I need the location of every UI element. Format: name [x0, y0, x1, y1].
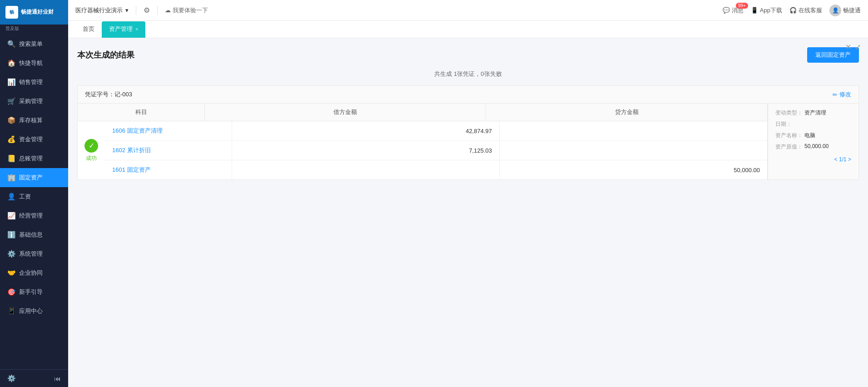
settings-icon[interactable]: ⚙ [144, 6, 150, 15]
sidebar-item-purchase[interactable]: 🛒 采购管理 [0, 92, 68, 111]
settings-bottom-icon[interactable]: ⚙️ [7, 374, 16, 382]
tab-home-label: 首页 [83, 25, 94, 32]
subject-link-3[interactable]: 1601 固定资产 [112, 166, 151, 174]
td-debit-1: 42,874.97 [232, 121, 500, 140]
sidebar-item-label: 库存核算 [19, 116, 43, 124]
sidebar-item-payroll[interactable]: 👤 工资 [0, 187, 68, 206]
table-row-wrapper: ✓ 成功 1606 固定资产清理 [78, 121, 767, 179]
online-service-button[interactable]: 🎧 在线客服 [789, 6, 822, 15]
tab-home[interactable]: 首页 [75, 21, 102, 38]
asset-name-value: 电脑 [804, 132, 815, 139]
tab-asset-label: 资产管理 [109, 25, 133, 33]
voucher-header: 凭证字号：记-003 ✏ 修改 [78, 86, 858, 104]
next-page-icon[interactable]: > [848, 156, 851, 163]
system-icon: ⚙️ [7, 250, 15, 258]
td-debit-2: 7,125.03 [232, 141, 500, 160]
collapse-sidebar-icon[interactable]: ⏮ [54, 375, 61, 382]
tab-asset-management[interactable]: 资产管理 × [102, 21, 145, 38]
messages-button[interactable]: 💬 消息 99+ [723, 6, 744, 15]
experience-button[interactable]: ☁ 我要体验一下 [165, 6, 208, 15]
page-title-row: 本次生成的结果 返回固定资产 [77, 47, 859, 63]
expand-panel-button[interactable]: ⤢ [855, 43, 861, 51]
voucher-id: 凭证字号：记-003 [85, 90, 132, 99]
enterprise-icon: 🤝 [7, 269, 15, 277]
asset-value-value: 50,000.00 [804, 143, 828, 151]
asset-name-row: 资产名称： 电脑 [775, 132, 851, 139]
th-subject: 科目 [78, 104, 205, 121]
th-credit: 贷方金额 [486, 104, 767, 121]
company-selector[interactable]: 医疗器械行业演示 ▾ [75, 6, 129, 15]
sidebar-item-sales[interactable]: 📊 销售管理 [0, 73, 68, 92]
sidebar-item-label: 采购管理 [19, 97, 43, 105]
topbar-divider-2 [157, 6, 158, 15]
sidebar-item-fixed-assets[interactable]: 🏢 固定资产 [0, 168, 68, 187]
sidebar-item-finance[interactable]: 💰 资金管理 [0, 130, 68, 149]
topbar: 医疗器械行业演示 ▾ ⚙ ☁ 我要体验一下 💬 消息 99+ 📱 App下载 🎧… [68, 0, 868, 21]
prev-page-icon[interactable]: < [834, 156, 838, 163]
sidebar-item-system[interactable]: ⚙️ 系统管理 [0, 244, 68, 263]
nav-tabs: 首页 资产管理 × [68, 21, 868, 38]
sales-icon: 📊 [7, 78, 15, 86]
table-body: ✓ 成功 1606 固定资产清理 [78, 121, 767, 179]
search-icon: 🔍 [7, 40, 15, 48]
page-info: 1/1 [839, 156, 848, 163]
guide-icon: 🎯 [7, 288, 15, 296]
app-download-label: App下载 [760, 6, 782, 15]
basic-info-icon: ℹ️ [7, 231, 15, 239]
debit-amount-2: 7,125.03 [469, 147, 492, 154]
td-subject-1: 1606 固定资产清理 [105, 121, 232, 140]
sidebar-item-enterprise[interactable]: 🤝 企业协同 [0, 263, 68, 283]
sidebar-item-label: 固定资产 [19, 174, 43, 182]
generation-summary: 共生成 1张凭证，0张失败 [77, 70, 859, 78]
content-area: ✕ ⤢ 本次生成的结果 返回固定资产 共生成 1张凭证，0张失败 凭证字号：记-… [68, 38, 868, 387]
td-credit-1 [500, 121, 767, 140]
operations-icon: 📈 [7, 212, 15, 220]
td-credit-3: 50,000.00 [500, 160, 767, 179]
subject-link-1[interactable]: 1606 固定资产清理 [112, 127, 163, 135]
voucher-body: 科目 借方金额 贷方金额 ✓ [78, 104, 858, 179]
messages-badge: 99+ [736, 3, 748, 9]
asset-value-row: 资产原值： 50,000.00 [775, 143, 851, 151]
asset-name-label: 资产名称： [775, 132, 803, 139]
td-subject-2: 1602 累计折旧 [105, 141, 232, 160]
home-icon: 🏠 [7, 59, 15, 67]
date-row: 日期： [775, 120, 851, 128]
company-name: 医疗器械行业演示 [75, 6, 123, 15]
tab-close-icon[interactable]: × [135, 26, 138, 32]
sidebar-item-inventory[interactable]: 📦 库存核算 [0, 111, 68, 130]
sidebar-item-app-center[interactable]: 📱 应用中心 [0, 302, 68, 321]
service-icon: 🎧 [789, 7, 797, 14]
sidebar-item-label: 企业协同 [19, 269, 43, 277]
app-download-button[interactable]: 📱 App下载 [751, 6, 782, 15]
summary-content: 共生成 1张凭证，0张失败 [434, 70, 501, 77]
table-row: 1606 固定资产清理 42,874.97 [105, 121, 767, 141]
cloud-icon: ☁ [165, 7, 171, 14]
change-type-row: 变动类型： 资产清理 [775, 109, 851, 117]
app-center-icon: 📱 [7, 307, 15, 315]
close-panel-button[interactable]: ✕ [845, 43, 851, 51]
td-credit-2 [500, 141, 767, 160]
sidebar-item-operations[interactable]: 📈 经营管理 [0, 206, 68, 225]
success-status-col: ✓ 成功 [78, 121, 105, 179]
sidebar-item-label: 搜索菜单 [19, 40, 43, 48]
finance-icon: 💰 [7, 135, 15, 144]
table-rows: 1606 固定资产清理 42,874.97 [105, 121, 767, 179]
sidebar-item-label: 工资 [19, 193, 31, 201]
sidebar-item-basic-info[interactable]: ℹ️ 基础信息 [0, 225, 68, 244]
window-controls: ✕ ⤢ [845, 43, 861, 51]
asset-value-label: 资产原值： [775, 143, 803, 151]
sidebar-item-ledger[interactable]: 📒 总账管理 [0, 149, 68, 168]
success-circle-icon: ✓ [84, 139, 98, 153]
sidebar-item-label: 经营管理 [19, 212, 43, 220]
sidebar-logo: 畅 畅捷通好业财 [0, 0, 68, 25]
sidebar-item-guide[interactable]: 🎯 新手引导 [0, 283, 68, 302]
subject-link-2[interactable]: 1602 累计折旧 [112, 146, 151, 154]
topbar-right: 💬 消息 99+ 📱 App下载 🎧 在线客服 👤 畅捷通 [723, 5, 861, 16]
sidebar-item-search-menu[interactable]: 🔍 搜索菜单 [0, 35, 68, 54]
sidebar-item-quick-nav[interactable]: 🏠 快捷导航 [0, 54, 68, 73]
voucher-card: 凭证字号：记-003 ✏ 修改 科目 借方金额 [77, 85, 859, 180]
edit-voucher-button[interactable]: ✏ 修改 [833, 90, 851, 99]
sidebar-scroll: 🔍 搜索菜单 🏠 快捷导航 📊 销售管理 🛒 采购管理 📦 库存核算 💰 资金管… [0, 35, 68, 369]
sidebar: 畅 畅捷通好业财 普及版 🔍 搜索菜单 🏠 快捷导航 📊 销售管理 🛒 采购管理… [0, 0, 68, 387]
user-menu[interactable]: 👤 畅捷通 [829, 5, 861, 16]
